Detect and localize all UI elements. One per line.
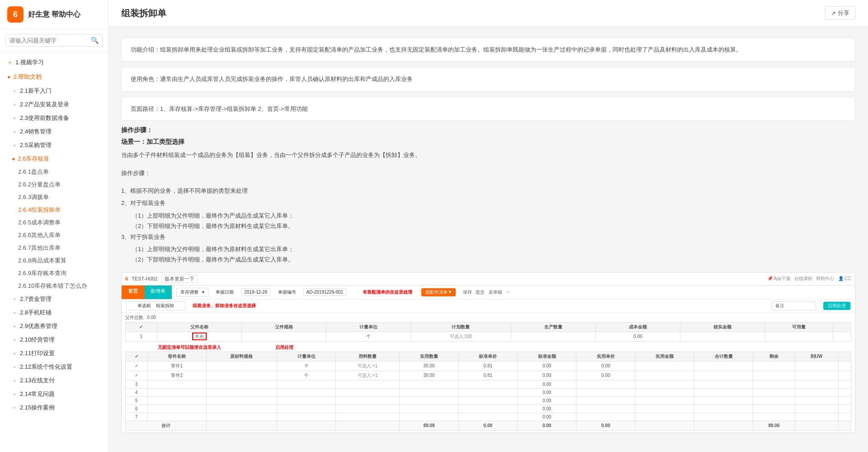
sidebar-item-label: 2.11打印设置 bbox=[20, 349, 55, 357]
steps-section: 操作步骤： 场景一：加工类型选择 当由多个子件材料组装成一个成品的业务为【组装】… bbox=[121, 126, 855, 433]
sim-extra-btns: 保存 提交 反审核 ··· bbox=[463, 289, 509, 295]
sim-ltd-sa2: 0.00 bbox=[517, 371, 576, 380]
sidebar-item-stock-check[interactable]: 2.6.1盘点单 bbox=[0, 166, 108, 178]
sim-lth-std-price: 标准单价 bbox=[458, 352, 517, 361]
sim-num-label: 单据编号 bbox=[278, 289, 296, 295]
sidebar-item-payment[interactable]: ＋ 2.13在线支付 bbox=[0, 374, 108, 387]
expand-icon: ＋ bbox=[12, 309, 17, 317]
sim-upper-table-wrap: 父件总数 0.00 ✓ 父件名称 父件规格 计量单位 计划数量 生产数量 bbox=[122, 313, 855, 343]
sidebar-item-assembly[interactable]: 2.6.4组装拆卸单 bbox=[0, 204, 108, 216]
sim-company-id: TEST-H002 bbox=[132, 276, 157, 281]
intro-block: 功能介绍：组装拆卸单用来处理企业组装或拆卸等加工业务，支持有固定装配清单的产品加… bbox=[121, 38, 855, 62]
sim-lth-total-qty: 合计数量 bbox=[694, 352, 753, 361]
sim-date-label: 单据日期 bbox=[216, 289, 234, 295]
table-row: 70.00 bbox=[126, 413, 851, 421]
sim-date-value: 2019-12-26 bbox=[241, 288, 270, 296]
sidebar-item-video-learning[interactable]: ＋ 1.视频学习 bbox=[0, 55, 108, 70]
collapse-icon: ● bbox=[7, 74, 10, 80]
top-bar: 组装拆卸单 ↗ 分享 bbox=[108, 0, 868, 27]
sim-tab-new: 新增单 bbox=[144, 285, 172, 299]
sidebar: 6 好生意 帮助中心 🔍 ＋ 1.视频学习 ● 2.帮助文档 ＋ 2.1 bbox=[0, 0, 108, 452]
step3-sub1: （1）上部明细为父件明细，最终作为原材料生成某它出库单； bbox=[121, 244, 855, 254]
sidebar-item-coupon[interactable]: ＋ 2.9优惠券管理 bbox=[0, 319, 108, 333]
sim-btn-enable: 启用处理 bbox=[823, 302, 850, 310]
sidebar-item-print[interactable]: ＋ 2.11打印设置 bbox=[0, 347, 108, 360]
search-icon[interactable]: 🔍 bbox=[91, 37, 99, 44]
sidebar-item-sales[interactable]: ＋ 2.4销售管理 bbox=[0, 125, 108, 138]
sim-td-cost: 0.00 bbox=[595, 332, 680, 341]
sim-td-1: 1 bbox=[126, 332, 157, 341]
sim-nav-tabs: 首页 新增单 库存调整 ▾ 单据日期 2019-12-26 单据编号 AD-20… bbox=[122, 285, 855, 300]
sidebar-item-label: 2.帮助文档 bbox=[13, 73, 42, 81]
sidebar-item-cost-recalc[interactable]: 2.6.8商品成本重算 bbox=[0, 254, 108, 267]
expand-icon: ＋ bbox=[12, 390, 17, 398]
sidebar-item-operations[interactable]: ＋ 2.10经营管理 bbox=[0, 333, 108, 347]
sidebar-item-label: 2.4销售管理 bbox=[20, 128, 52, 136]
search-box: 🔍 bbox=[5, 34, 103, 47]
collapse-icon: ● bbox=[12, 156, 15, 162]
sim-memo: 备注 bbox=[771, 301, 816, 310]
table-row: 1 关光 个 可选入:100 0.00 bbox=[126, 332, 851, 341]
sidebar-item-inventory[interactable]: ● 2.6库存核算 bbox=[0, 152, 108, 166]
sim-ltd-name: 零件1 bbox=[147, 361, 206, 371]
sim-td-verify bbox=[680, 332, 765, 341]
sim-tab-home: 首页 bbox=[122, 285, 144, 299]
sim-ltd-unit2: 个 bbox=[277, 371, 335, 380]
sim-lth-real-qty: 实用数量 bbox=[400, 352, 458, 361]
sim-ltd-check2: ✓ bbox=[126, 371, 148, 380]
sidebar-item-purchase[interactable]: ＋ 2.5采购管理 bbox=[0, 138, 108, 152]
ops-label: 操作步骤： bbox=[121, 168, 855, 178]
expand-icon: ＋ bbox=[12, 350, 17, 357]
sidebar-item-install[interactable]: ＋ 2.2产品安装及登录 bbox=[0, 98, 108, 111]
sim-lth-remain: 剩余 bbox=[753, 352, 795, 361]
share-button[interactable]: ↗ 分享 bbox=[825, 6, 855, 20]
sidebar-item-help-docs[interactable]: ● 2.帮助文档 bbox=[0, 70, 108, 84]
nav-section-docs: ● 2.帮助文档 ＋ 2.1新手入门 ＋ 2.2产品安装及登录 ＋ 2.3使用前… bbox=[0, 70, 108, 414]
sim-annotation1: 有装配清单的在这里处理 bbox=[363, 289, 412, 295]
nav-grandchildren-inventory: 2.6.1盘点单 2.6.2分量盘点单 2.6.3调拨单 2.6.4组装拆卸单 … bbox=[0, 166, 108, 292]
share-label: 分享 bbox=[838, 9, 849, 17]
expand-icon: ＋ bbox=[7, 59, 13, 67]
sidebar-item-customize[interactable]: ＋ 2.12系统个性化设置 bbox=[0, 360, 108, 374]
sidebar-item-inventory-query[interactable]: 2.6.9库存账本查询 bbox=[0, 267, 108, 280]
sim-ltd-check: ✓ bbox=[126, 361, 148, 371]
sidebar-item-partial-check[interactable]: 2.6.2分量盘点单 bbox=[0, 178, 108, 191]
expand-icon: ＋ bbox=[12, 377, 17, 385]
sidebar-item-beginner[interactable]: ＋ 2.1新手入门 bbox=[0, 84, 108, 98]
role-block: 使用角色：通常由生产人员或库管人员完成拆装业务的操作，库管人员确认原材料的出库和… bbox=[121, 67, 855, 91]
sim-total-89: 89.08 bbox=[400, 421, 458, 430]
expand-icon: ＋ bbox=[12, 336, 17, 344]
sim-th-avail: 可用量 bbox=[765, 322, 833, 332]
sidebar-item-label: 2.13在线支付 bbox=[20, 376, 55, 385]
sim-th-parent-spec: 父件规格 bbox=[241, 322, 326, 332]
sim-ltd-rp2: 0.00 bbox=[576, 371, 635, 380]
sim-th-parent-name: 父件名称 bbox=[157, 322, 241, 332]
step3: 3、对于拆装业务 bbox=[121, 232, 855, 242]
sim-num-value: AD-20191226-001 bbox=[303, 288, 347, 296]
sidebar-item-finance[interactable]: ＋ 2.7资金管理 bbox=[0, 292, 108, 306]
sidebar-item-transfer[interactable]: 2.6.3调拨单 bbox=[0, 191, 108, 204]
sim-total-8906: 89.06 bbox=[753, 421, 795, 430]
sim-btn-bom: 选配件清单▼ bbox=[421, 288, 456, 296]
sidebar-item-other-in[interactable]: 2.6.6其他入库单 bbox=[0, 229, 108, 242]
expand-icon: ＋ bbox=[12, 128, 17, 136]
sidebar-item-data-prep[interactable]: ＋ 2.3使用前数据准备 bbox=[0, 111, 108, 125]
search-input[interactable] bbox=[9, 37, 91, 44]
sidebar-item-faq[interactable]: ＋ 2.14常见问题 bbox=[0, 387, 108, 401]
nav-children-docs: ＋ 2.1新手入门 ＋ 2.2产品安装及登录 ＋ 2.3使用前数据准备 ＋ 2.… bbox=[0, 84, 108, 414]
sim-lth-mat-name: 母件名称 bbox=[147, 352, 206, 361]
expand-icon: ＋ bbox=[12, 295, 17, 303]
step2-sub1: （1）上部明细为父件明细，最终作为产成品生成某它入库单； bbox=[121, 210, 855, 221]
sim-form-row: 库存调整 ▾ 单据日期 2019-12-26 单据编号 AD-20191226-… bbox=[172, 285, 855, 299]
expand-icon: ＋ bbox=[12, 142, 17, 149]
steps-heading: 操作步骤： bbox=[121, 126, 855, 134]
sidebar-item-cases[interactable]: ＋ 2.15操作案例 bbox=[0, 401, 108, 414]
sidebar-item-other-out[interactable]: 2.6.7其他出库单 bbox=[0, 242, 108, 254]
table-row: ✓ 零件1 个 可选入:+1 30.00 0.81 0.00 0.00 bbox=[126, 361, 851, 371]
search-area: 🔍 bbox=[0, 29, 108, 52]
sidebar-item-mobile[interactable]: ＋ 2.8手机旺铺 bbox=[0, 306, 108, 319]
sidebar-item-cost-adjust[interactable]: 2.6.5成本调整单 bbox=[0, 216, 108, 229]
expand-icon: ＋ bbox=[12, 87, 17, 95]
sidebar-item-inventory-fix[interactable]: 2.6.10库存账本错了怎么办 bbox=[0, 280, 108, 292]
sim-annotation2: 组装业务、拆卸业务在这里选择 bbox=[193, 303, 256, 309]
